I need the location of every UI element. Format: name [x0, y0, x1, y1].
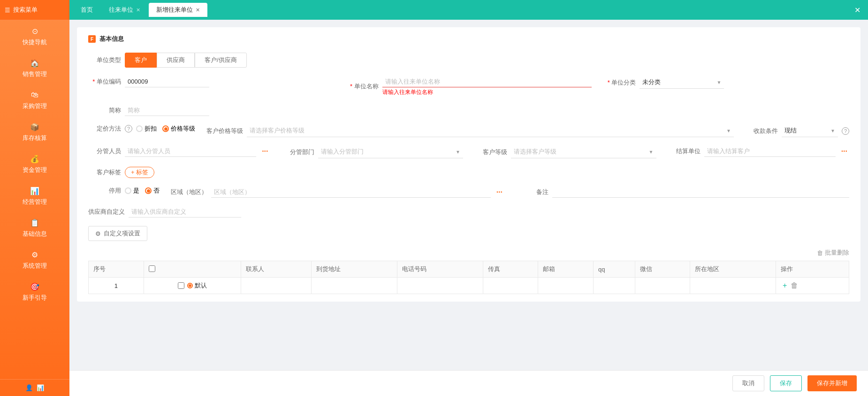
customer-level-chevron: ▼	[649, 149, 654, 155]
radio-stop-no[interactable]: 否	[145, 186, 160, 195]
row-add-btn-0[interactable]: +	[783, 281, 787, 289]
tab-home[interactable]: 首页	[73, 3, 100, 17]
manager-more-btn[interactable]: ···	[260, 147, 270, 155]
sidebar-item-quick-nav[interactable]: ⊙快捷导航	[0, 20, 69, 52]
payment-terms-select[interactable]: 现结 ▼	[782, 124, 838, 137]
main-area: 首页往来单位✕新增往来单位✕ ✕ F 基本信息 单位类型 客户 供应商 客户/供…	[69, 0, 868, 396]
region-label: 区域（地区）	[171, 188, 207, 196]
customer-price-level-chevron: ▼	[726, 128, 731, 133]
customer-price-level-select[interactable]: 请选择客户价格等级 ▼	[247, 124, 734, 137]
search-menu-button[interactable]: ☰ 搜索菜单	[5, 4, 65, 16]
settlement-unit-field: 结算单位 ···	[668, 146, 850, 157]
pricing-help-icon[interactable]: ?	[125, 125, 132, 132]
save-button[interactable]: 保存	[770, 375, 802, 391]
contacts-table: 序号联系人到货地址电话号码传真邮箱qq微信所在地区操作 1默认+🗑	[88, 261, 849, 294]
customer-level-label: 客户等级	[474, 148, 507, 156]
table-col-7: qq	[593, 261, 635, 278]
settlement-unit-more-btn[interactable]: ···	[839, 147, 849, 155]
sidebar-search-section[interactable]: ☰ 搜索菜单	[0, 0, 69, 20]
payment-terms-chevron: ▼	[830, 128, 835, 133]
remark-input[interactable]	[552, 186, 849, 198]
supplier-custom-input[interactable]	[129, 206, 241, 217]
sidebar-item-inventory[interactable]: 📦库存核算	[0, 116, 69, 148]
table-cell-0-2[interactable]	[241, 278, 312, 294]
sidebar-item-purchase[interactable]: 🛍采购管理	[0, 84, 69, 116]
sidebar-item-newbie[interactable]: 🎯新手引导	[0, 276, 69, 308]
payment-terms-value: 现结	[784, 126, 797, 135]
unit-category-chevron: ▼	[716, 80, 721, 85]
tag-add-button[interactable]: + 标签	[125, 167, 154, 178]
form-card: F 基本信息 单位类型 客户 供应商 客户/供应商 单位编码	[77, 27, 860, 302]
table-cell-0-6[interactable]	[538, 278, 594, 294]
customer-level-select[interactable]: 请选择客户等级 ▼	[511, 146, 656, 158]
table-header-row: 🗑 批量删除	[88, 248, 849, 257]
customer-tag-label: 客户标签	[88, 168, 121, 177]
sidebar-item-basic[interactable]: 📋基础信息	[0, 212, 69, 244]
radio-price-level[interactable]: 价格等级	[162, 124, 195, 133]
radio-stop-yes[interactable]: 是	[125, 186, 139, 195]
unit-category-label: 单位分类	[603, 78, 636, 87]
sidebar-item-system[interactable]: ⚙系统管理	[0, 244, 69, 276]
tab-bar-close-button[interactable]: ✕	[851, 4, 864, 16]
page-content: F 基本信息 单位类型 客户 供应商 客户/供应商 单位编码	[69, 20, 868, 370]
region-input[interactable]	[211, 186, 491, 198]
region-more-btn[interactable]: ···	[495, 188, 504, 196]
payment-terms-help-icon[interactable]: ?	[842, 127, 849, 135]
tab-trade-units[interactable]: 往来单位✕	[101, 3, 148, 17]
row-default-radio-0[interactable]	[187, 283, 193, 288]
department-label: 分管部门	[282, 148, 314, 156]
table-cell-0-0: 1	[89, 278, 144, 294]
radio-discount[interactable]: 折扣	[136, 124, 157, 133]
unit-category-select[interactable]: 未分类 ▼	[640, 76, 724, 89]
unit-code-input[interactable]	[125, 76, 209, 87]
payment-terms-label: 收款条件	[745, 127, 778, 135]
sidebar-icon-system: ⚙	[30, 249, 40, 260]
custom-settings-button[interactable]: ⚙ 自定义项设置	[88, 226, 147, 241]
tab-close-new-trade-unit[interactable]: ✕	[196, 7, 200, 13]
type-btn-supplier[interactable]: 供应商	[157, 53, 195, 68]
unit-type-field: 单位类型 客户 供应商 客户/供应商	[88, 53, 849, 68]
tab-new-trade-unit[interactable]: 新增往来单位✕	[149, 3, 207, 17]
sidebar-label-finance: 资金管理	[23, 166, 47, 174]
unit-name-error-msg: 请输入往来单位名称	[382, 88, 592, 96]
table-col-3: 到货地址	[312, 261, 397, 278]
settlement-unit-label: 结算单位	[668, 147, 700, 155]
stop-region-remark-row: 停用 是 否 区	[88, 186, 849, 198]
tab-close-trade-units[interactable]: ✕	[136, 7, 140, 13]
table-col-8: 微信	[635, 261, 690, 278]
department-select[interactable]: 请输入分管部门 ▼	[318, 146, 464, 158]
sidebar-item-sales[interactable]: 🏠销售管理	[0, 52, 69, 84]
unit-name-input[interactable]	[382, 76, 592, 87]
type-btn-both[interactable]: 客户/供应商	[195, 53, 247, 68]
select-all-checkbox[interactable]	[149, 265, 155, 272]
bar-icon[interactable]: 📊	[37, 384, 44, 391]
abbr-input[interactable]	[125, 105, 209, 116]
unit-name-input-wrapper: 请输入往来单位名称	[382, 76, 592, 96]
row-del-btn-0[interactable]: 🗑	[791, 281, 798, 289]
sidebar-icon-purchase: 🛍	[30, 90, 40, 100]
stop-use-field: 停用 是 否	[88, 186, 160, 195]
type-btn-customer[interactable]: 客户	[125, 53, 157, 68]
user-icon[interactable]: 👤	[25, 384, 33, 391]
stop-use-radio-group: 是 否	[125, 186, 160, 195]
save-new-button[interactable]: 保存并新增	[807, 375, 857, 391]
sidebar-item-finance[interactable]: 💰资金管理	[0, 148, 69, 180]
settlement-unit-input[interactable]	[704, 146, 836, 157]
manager-input[interactable]	[125, 146, 256, 157]
table-cell-0-4[interactable]	[397, 278, 483, 294]
table-cell-0-9[interactable]	[690, 278, 776, 294]
sidebar-item-operations[interactable]: 📊经营管理	[0, 180, 69, 212]
table-body: 1默认+🗑	[89, 278, 849, 294]
supplier-custom-label: 供应商自定义	[88, 208, 125, 216]
sidebar-icon-quick-nav: ⊙	[30, 26, 40, 36]
row-checkbox-0[interactable]	[178, 282, 184, 289]
table-cell-0-7[interactable]	[593, 278, 635, 294]
customer-tag-field: 客户标签 + 标签	[88, 167, 849, 178]
table-cell-0-5[interactable]	[483, 278, 538, 294]
table-cell-0-8[interactable]	[635, 278, 690, 294]
table-cell-0-3[interactable]	[312, 278, 397, 294]
sidebar-label-quick-nav: 快捷导航	[23, 38, 47, 47]
batch-delete-button[interactable]: 🗑 批量删除	[817, 248, 849, 257]
supplier-custom-row: 供应商自定义	[88, 206, 849, 217]
cancel-button[interactable]: 取消	[732, 375, 764, 391]
